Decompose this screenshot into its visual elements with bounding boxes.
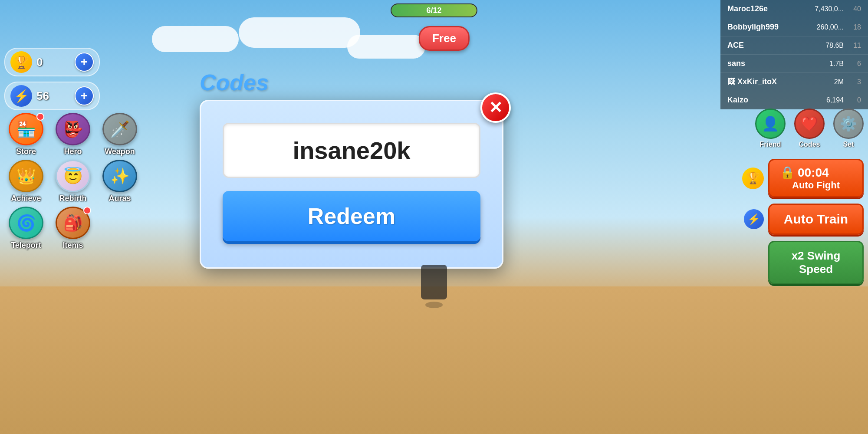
swing-speed-button[interactable]: x2 Swing Speed <box>768 241 864 284</box>
progress-bar-fill: 6/12 <box>391 4 477 16</box>
lb-score-2: 260,00... <box>809 23 844 31</box>
teleport-button[interactable]: 🌀 Teleport <box>4 207 48 250</box>
player-character <box>421 265 447 299</box>
lightning-value: 56 <box>36 89 70 103</box>
weapon-label: Weapon <box>105 147 135 156</box>
lightning-icon: ⚡ <box>10 85 32 107</box>
auto-fight-timer: 🔒 00:04 <box>780 165 852 180</box>
lb-row-1: Maroc126e 7,430,0... 40 <box>720 0 868 18</box>
items-notification-dot <box>83 207 91 214</box>
auto-fight-row: 🏆 🔒 00:04 Auto Fight <box>742 159 864 197</box>
lb-score-4: 1.7B <box>809 60 844 68</box>
weapon-button[interactable]: 🗡️ Weapon <box>98 113 141 156</box>
lb-score-3: 78.6B <box>809 42 844 49</box>
achieve-button[interactable]: 👑 Achieve <box>4 160 48 203</box>
hero-button[interactable]: 👺 Hero <box>51 113 95 156</box>
auto-fight-trophy-icon: 🏆 <box>742 168 764 189</box>
lb-name-3: ACE <box>727 41 805 50</box>
lb-level-5: 3 <box>848 78 861 86</box>
auto-train-button[interactable]: Auto Train <box>768 204 864 235</box>
progress-text: 6/12 <box>426 6 441 15</box>
ground <box>0 286 868 434</box>
achieve-icon: 👑 <box>9 160 43 192</box>
auto-train-lightning-icon: ⚡ <box>744 209 764 229</box>
lb-row-3: ACE 78.6B 11 <box>720 36 868 55</box>
weapon-icon: 🗡️ <box>102 113 137 145</box>
lb-score-1: 7,430,0... <box>809 5 844 13</box>
lightning-plus-button[interactable]: + <box>75 86 94 105</box>
codes-modal: Codes ✕ Redeem <box>200 69 503 269</box>
teleport-label: Teleport <box>11 241 41 250</box>
rebirth-button[interactable]: 😇 Rebirth <box>51 160 95 203</box>
lb-level-2: 18 <box>848 23 861 31</box>
store-notification-dot <box>36 113 44 121</box>
progress-bar-container: 6/12 <box>391 3 477 17</box>
auto-fight-button[interactable]: 🔒 00:04 Auto Fight <box>768 159 864 197</box>
leaderboard-panel: Maroc126e 7,430,0... 40 Bobbyligh999 260… <box>720 0 868 109</box>
codes-label: Codes <box>799 141 820 148</box>
cloud-1 <box>152 26 239 52</box>
lb-score-6: 6,194 <box>809 96 844 104</box>
teleport-icon: 🌀 <box>9 207 43 239</box>
auto-fight-timer-text: 00:04 <box>798 166 829 180</box>
free-button[interactable]: Free <box>419 26 470 51</box>
auras-label: Auras <box>108 194 131 203</box>
rebirth-label: Rebirth <box>59 194 87 203</box>
lb-level-6: 0 <box>848 96 861 104</box>
items-button[interactable]: 🎒 Items <box>51 207 95 250</box>
hero-icon: 👺 <box>56 113 90 145</box>
redeem-button[interactable]: Redeem <box>223 191 480 241</box>
friend-label: Friend <box>760 141 781 148</box>
lb-level-3: 11 <box>848 42 861 49</box>
lightning-stat-bar: ⚡ 56 + <box>4 82 100 110</box>
codes-button[interactable]: ❤️ Codes <box>794 108 825 148</box>
left-panel: 🏆 0 + ⚡ 56 + <box>0 43 104 115</box>
settings-icon: ⚙️ <box>833 108 864 139</box>
lb-name-4: sans <box>727 59 805 68</box>
progress-area: 6/12 <box>391 3 477 17</box>
right-bottom-panel: 👤 Friend ❤️ Codes ⚙️ Set 🏆 🔒 00:04 Auto … <box>742 108 868 284</box>
cloud-2 <box>239 17 360 48</box>
codes-icon: ❤️ <box>794 108 825 139</box>
lb-level-4: 6 <box>848 60 861 68</box>
store-label: Store <box>16 147 36 156</box>
lb-row-6: Kaizo 6,194 0 <box>720 91 868 109</box>
lock-icon: 🔒 <box>780 165 795 180</box>
lb-name-6: Kaizo <box>727 95 805 105</box>
auras-button[interactable]: ✨ Auras <box>98 160 141 203</box>
right-icon-row: 👤 Friend ❤️ Codes ⚙️ Set <box>755 108 864 148</box>
cloud-3 <box>347 35 425 59</box>
auto-fight-label: Auto Fight <box>792 180 840 191</box>
auto-train-row: ⚡ Auto Train <box>744 204 864 235</box>
store-button[interactable]: 🏪 Store <box>4 113 48 156</box>
friend-button[interactable]: 👤 Friend <box>755 108 786 148</box>
lb-level-1: 40 <box>848 5 861 13</box>
swing-speed-line2: Speed <box>783 263 849 276</box>
settings-button[interactable]: ⚙️ Set <box>833 108 864 148</box>
modal-title: Codes <box>200 69 503 95</box>
settings-label: Set <box>843 141 854 148</box>
lb-name-2: Bobbyligh999 <box>727 23 805 32</box>
achieve-label: Achieve <box>11 194 41 203</box>
trophy-stat-bar: 🏆 0 + <box>4 48 100 76</box>
friend-icon: 👤 <box>755 108 786 139</box>
lb-row-2: Bobbyligh999 260,00... 18 <box>720 18 868 36</box>
modal-close-button[interactable]: ✕ <box>480 92 511 123</box>
swing-speed-line1: x2 Swing <box>783 249 849 263</box>
auras-icon: ✨ <box>102 160 137 192</box>
lb-row-4: sans 1.7B 6 <box>720 55 868 73</box>
lb-row-5: 🖼 XxKir_itoX 2M 3 <box>720 73 868 91</box>
lb-name-1: Maroc126e <box>727 4 805 13</box>
code-input[interactable] <box>223 123 480 178</box>
lb-name-5: 🖼 XxKir_itoX <box>727 77 805 86</box>
modal-box: ✕ Redeem <box>200 100 503 269</box>
trophy-icon: 🏆 <box>10 51 32 73</box>
icon-grid: 🏪 Store 👺 Hero 🗡️ Weapon 👑 Achieve 😇 Reb… <box>4 113 141 250</box>
items-label: Items <box>62 241 83 250</box>
trophy-value: 0 <box>36 56 70 69</box>
trophy-plus-button[interactable]: + <box>75 53 94 72</box>
rebirth-icon: 😇 <box>56 160 90 192</box>
lb-score-5: 2M <box>809 78 844 86</box>
hero-label: Hero <box>64 147 82 156</box>
